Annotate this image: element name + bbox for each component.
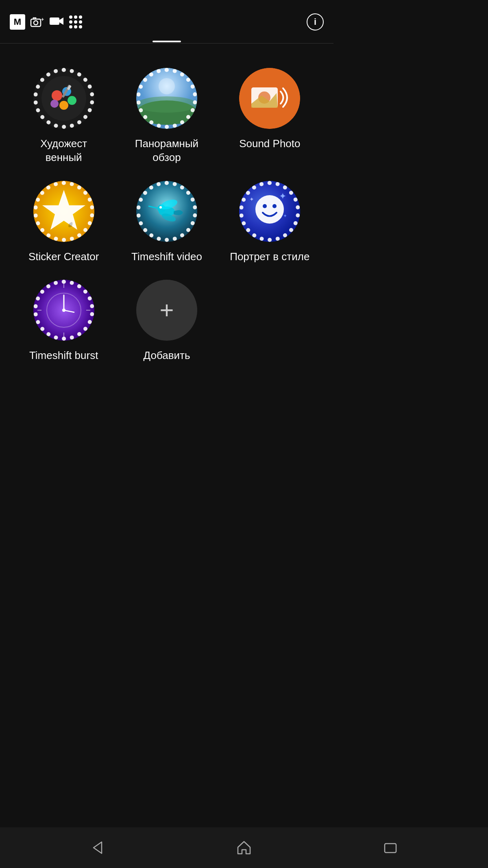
app-label-timeshift-burst: Timeshift burst xyxy=(29,349,98,363)
app-item-sound-photo[interactable]: Sound Photo xyxy=(222,68,317,165)
svg-rect-0 xyxy=(31,19,41,26)
app-icon-portrait: ✦ ✦ ✦ xyxy=(239,181,300,242)
svg-marker-46 xyxy=(238,842,250,854)
app-label-add: Добавить xyxy=(144,349,190,363)
app-label-timeshift-video: Timeshift video xyxy=(131,250,202,264)
home-button[interactable] xyxy=(236,840,252,855)
app-label-sticker-creator: Sticker Creator xyxy=(28,250,99,264)
app-icon-artistic xyxy=(33,68,94,129)
app-icon-timeshift-burst xyxy=(33,280,94,341)
app-label-portrait: Портрет в стиле xyxy=(230,250,309,264)
tab-indicator xyxy=(152,41,181,42)
app-label-panorama: Панорамныйобзор xyxy=(135,137,198,165)
app-item-sticker-creator[interactable]: Sticker Creator xyxy=(16,181,111,264)
app-item-add[interactable]: + Добавить xyxy=(119,280,214,363)
camera-plus-icon[interactable]: + xyxy=(30,16,44,28)
app-icon-sound-photo xyxy=(239,68,300,129)
bottom-nav xyxy=(0,827,333,868)
app-item-timeshift-video[interactable]: Timeshift video xyxy=(119,181,214,264)
svg-marker-45 xyxy=(94,842,102,853)
tab-indicator-wrap xyxy=(0,41,333,42)
app-item-portrait[interactable]: ✦ ✦ ✦ Портрет в стиле xyxy=(222,181,317,264)
svg-text:+: + xyxy=(41,17,44,22)
app-item-timeshift-burst[interactable]: Timeshift burst xyxy=(16,280,111,363)
app-label-artistic: Художественный xyxy=(40,137,87,165)
app-label-sound-photo: Sound Photo xyxy=(239,137,300,151)
top-bar: M + i xyxy=(0,0,333,37)
app-grid: Художественный xyxy=(0,44,333,379)
top-bar-left: M + xyxy=(10,14,82,30)
back-button[interactable] xyxy=(90,840,105,855)
svg-rect-3 xyxy=(50,17,59,25)
video-icon[interactable] xyxy=(49,15,64,29)
app-item-panorama[interactable]: Панорамныйобзор xyxy=(119,68,214,165)
grid-icon[interactable] xyxy=(69,15,82,28)
add-plus-icon: + xyxy=(159,298,174,322)
app-icon-sticker-creator xyxy=(33,181,94,242)
app-item-artistic[interactable]: Художественный xyxy=(16,68,111,165)
app-icon-add: + xyxy=(136,280,197,341)
svg-point-1 xyxy=(34,21,38,25)
app-icon-panorama xyxy=(136,68,197,129)
app-icon-timeshift-video xyxy=(136,181,197,242)
info-icon[interactable]: i xyxy=(307,13,324,30)
m-icon[interactable]: M xyxy=(10,14,25,30)
